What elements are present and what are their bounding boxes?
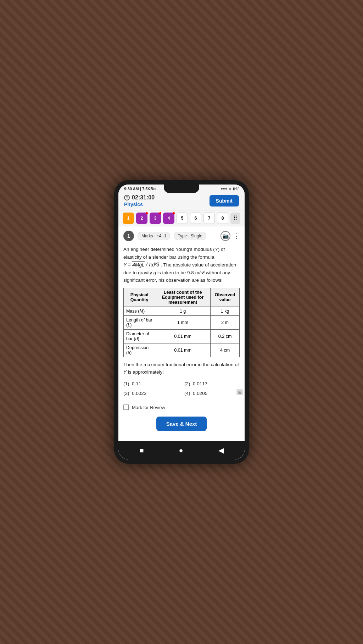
question-content: 1 Marks : +4 -1 Type : Single 📷 ⋮ An eng… — [118, 226, 245, 441]
nav-q4[interactable]: 4 — [163, 213, 174, 224]
more-options-icon[interactable]: ⋮ — [233, 232, 240, 240]
table-row: Depression (δ) 0.01 mm 4 cm — [124, 343, 240, 357]
option-4[interactable]: (4) 0.0205 ⊞ — [184, 389, 240, 397]
marks-badge: Marks : +4 -1 — [138, 232, 170, 240]
obs-diameter: 0.2 cm — [211, 329, 240, 343]
status-time: 9:30 AM | 7.5KB/s — [124, 187, 156, 191]
nav-q1[interactable]: 1 — [123, 213, 134, 224]
signal-icon: ●●● — [221, 187, 227, 191]
question-nav: 1 2 3 4 5 6 7 8 ⠿ — [118, 210, 245, 226]
lc-mass: 1 g — [155, 307, 210, 315]
option-3[interactable]: (3) 0.0023 — [123, 389, 179, 397]
camera-icon[interactable]: 📷 — [220, 231, 230, 241]
option-1[interactable]: (1) 0.11 — [123, 380, 179, 388]
qty-depression: Depression (δ) — [124, 343, 155, 357]
question-header: 1 Marks : +4 -1 Type : Single 📷 ⋮ — [123, 231, 240, 241]
type-badge: Type : Single — [174, 232, 206, 240]
question-icons: 📷 ⋮ — [220, 231, 240, 241]
save-next-container: Save & Next — [123, 414, 240, 437]
lc-length: 1 mm — [155, 315, 210, 329]
back-button[interactable]: ■ — [134, 445, 149, 456]
lc-depression: 0.01 mm — [155, 343, 210, 357]
submit-button[interactable]: Submit — [210, 195, 239, 207]
mark-review-label: Mark for Review — [132, 405, 165, 410]
subject-label: Physics — [124, 202, 155, 207]
obs-depression: 4 cm — [211, 343, 240, 357]
wifi-icon: ◈ — [229, 187, 231, 191]
nav-q8[interactable]: 8 — [217, 213, 228, 224]
formula: Y = 4MgL / πd²δ — [123, 262, 161, 268]
bottom-nav: ■ ● ◀ — [118, 441, 245, 459]
nav-q5[interactable]: 5 — [177, 213, 188, 224]
nav-grid-button[interactable]: ⠿ — [230, 213, 240, 224]
qty-mass: Mass (M) — [124, 307, 155, 315]
qty-diameter: Diameter of bar (d) — [124, 329, 155, 343]
save-next-button[interactable]: Save & Next — [156, 417, 207, 431]
recent-button[interactable]: ◀ — [213, 445, 229, 456]
nav-q7[interactable]: 7 — [203, 213, 215, 224]
timer-display: 02:31:00 — [132, 194, 155, 201]
table-row: Mass (M) 1 g 1 kg — [124, 307, 240, 315]
nav-q2[interactable]: 2 — [136, 213, 147, 224]
option-2[interactable]: (2) 0.0117 — [184, 380, 240, 388]
obs-length: 2 m — [211, 315, 240, 329]
mark-review-row: Mark for Review — [123, 401, 240, 414]
timer-icon: ⏱ — [124, 195, 130, 200]
col-header-qty: Physical Quantity — [124, 288, 155, 307]
table-row: Diameter of bar (d) 0.01 mm 0.2 cm — [124, 329, 240, 343]
mark-review-checkbox[interactable] — [123, 404, 129, 410]
options-grid: (1) 0.11 (2) 0.0117 (3) 0.0023 (4) 0.020… — [123, 380, 240, 397]
nav-q6[interactable]: 6 — [190, 213, 201, 224]
col-header-lc: Least count of the Equipment used for me… — [155, 288, 210, 307]
status-icons: ●●● ◈ ▮47 — [221, 187, 239, 191]
nav-q3[interactable]: 3 — [150, 213, 161, 224]
battery-icon: ▮47 — [233, 187, 239, 191]
app-header: ⏱ 02:31:00 Physics Submit — [118, 192, 245, 210]
col-header-obs: Observed value — [211, 288, 240, 307]
table-row: Length of bar (L) 1 mm 2 m — [124, 315, 240, 329]
expand-options-icon[interactable]: ⊞ — [236, 389, 243, 395]
timer-row: ⏱ 02:31:00 — [124, 194, 155, 201]
qty-length: Length of bar (L) — [124, 315, 155, 329]
question-number-circle: 1 — [123, 231, 134, 241]
observation-table: Physical Quantity Least count of the Equ… — [123, 288, 240, 357]
lc-diameter: 0.01 mm — [155, 329, 210, 343]
home-button[interactable]: ● — [173, 445, 189, 456]
obs-mass: 1 kg — [211, 307, 240, 315]
grid-icon: ⠿ — [233, 215, 238, 221]
conclusion-text: Then the maximum fractional error in the… — [123, 361, 240, 376]
question-text: An engineer determined Young's modulus (… — [123, 246, 240, 284]
